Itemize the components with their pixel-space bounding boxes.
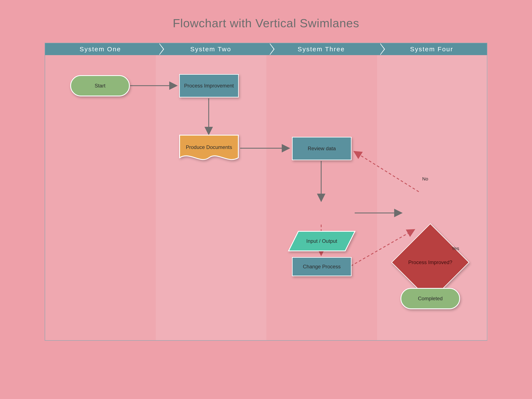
- lane-header-system-three: System Three: [266, 43, 376, 55]
- node-start: Start: [70, 75, 130, 96]
- swimlane-canvas: System One System Two System Three Syste…: [45, 43, 487, 341]
- edge-label-yes: Yes: [452, 246, 459, 251]
- diagram-title: Flowchart with Vertical Swimlanes: [173, 16, 359, 30]
- lane-bg-2: [156, 55, 266, 340]
- lane-bg-3: [266, 55, 377, 340]
- lane-bg-1: [45, 55, 156, 340]
- node-completed: Completed: [400, 288, 460, 309]
- lane-header-label: System Two: [190, 45, 231, 53]
- lane-header-system-four: System Four: [376, 43, 487, 55]
- node-review-data: Review data: [292, 137, 352, 160]
- lane-header-row: System One System Two System Three Syste…: [45, 43, 487, 55]
- lane-header-label: System One: [80, 45, 121, 53]
- node-label: Completed: [418, 296, 443, 302]
- lane-header-system-one: System One: [45, 43, 156, 55]
- edge-label-no: No: [422, 176, 428, 182]
- node-label: Change Process: [303, 264, 341, 270]
- node-label: Start: [95, 83, 106, 89]
- node-label: Review data: [308, 146, 336, 152]
- node-process-improved: Process Improved?: [403, 235, 458, 290]
- lane-header-system-two: System Two: [156, 43, 266, 55]
- lane-header-label: System Four: [410, 45, 453, 53]
- node-produce-documents: Produce Documents: [179, 135, 239, 162]
- node-process-improvement: Process Improvement: [179, 74, 239, 97]
- lane-header-label: System Three: [298, 45, 345, 53]
- node-input-output: Input / Output: [288, 230, 356, 252]
- node-label: Input / Output: [306, 238, 337, 244]
- node-label: Produce Documents: [186, 144, 232, 150]
- node-change-process: Change Process: [292, 257, 352, 276]
- node-label: Process Improved?: [408, 260, 452, 265]
- node-label: Process Improvement: [184, 83, 234, 89]
